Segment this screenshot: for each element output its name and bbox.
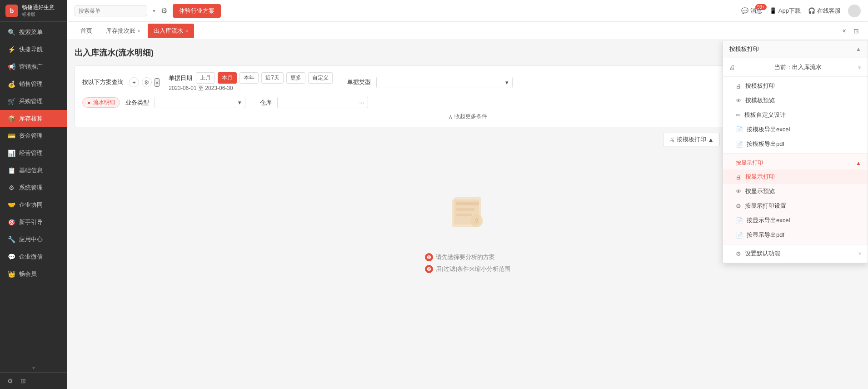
business-type-chevron-icon: ▾ (238, 99, 241, 106)
sidebar-item-label: 快捷导航 (19, 45, 43, 54)
tabs-expand-button[interactable]: ⊡ (852, 25, 861, 36)
member-icon: 👑 (7, 270, 15, 278)
app-download-item[interactable]: 📱 App下载 (769, 7, 801, 15)
display-preview-item[interactable]: 👁 按显示预览 (723, 184, 868, 199)
filter-tag-icon: ● (87, 100, 90, 106)
customer-service-label: 在线客服 (817, 7, 841, 15)
date-btn-more[interactable]: 更多 (286, 72, 305, 84)
topbar: ▾ ⚙ 体验行业方案 💬 消息 99+ 📱 App下载 🎧 在线客服 (67, 0, 868, 22)
message-icon: 💬 (741, 7, 748, 14)
display-export-excel-item[interactable]: 📄 按显示导出excel (723, 213, 868, 228)
warehouse-more-icon[interactable]: ··· (359, 99, 364, 106)
customer-service-item[interactable]: 🎧 在线客服 (808, 7, 841, 15)
date-btn-current-year[interactable]: 本年 (239, 72, 259, 84)
tab-inventory-batch-close[interactable]: × (137, 28, 140, 34)
template-design-icon: ✏ (736, 112, 741, 119)
sidebar-item-sales[interactable]: 💰销售管理 (0, 75, 67, 93)
sidebar-item-apps[interactable]: 🔧应用中心 (0, 231, 67, 248)
sidebar-item-search[interactable]: 🔍搜索菜单 (0, 24, 67, 41)
display-export-excel-icon: 📄 (736, 217, 743, 224)
search-icon: 🔍 (7, 29, 15, 36)
sidebar-item-finance[interactable]: 💳资金管理 (0, 127, 67, 145)
svg-text:?: ? (475, 217, 479, 224)
date-filter: 上月 本月 本年 近7天 更多 自定义 (196, 72, 333, 84)
display-print-icon: 🖨 (736, 174, 742, 180)
inventory-icon: 📦 (7, 115, 15, 122)
sidebar-item-purchase[interactable]: 🛒采购管理 (0, 93, 67, 110)
settings-icon[interactable]: ⚙ (7, 377, 13, 384)
template-preview-item[interactable]: 👁 按模板预览 (723, 93, 868, 108)
search-chevron-icon: ▾ (153, 8, 155, 14)
sidebar-item-system[interactable]: ⚙系统管理 (0, 179, 67, 196)
step1-number: ❶ (425, 253, 433, 261)
empty-text: ❶ 请先选择要分析的方案 ❷ 用[过滤]条件来缩小分析范围 (425, 251, 510, 275)
display-print-settings-item[interactable]: ⚙ 按显示打印设置 (723, 199, 868, 213)
wechat-icon: 💬 (7, 253, 15, 260)
set-default-item[interactable]: ⚙ 设置默认功能 ▾ (723, 246, 868, 261)
collapse-sidebar-icon[interactable]: ⊞ (20, 377, 26, 384)
sidebar-item-collab[interactable]: 🤝企业协同 (0, 196, 67, 214)
tab-inout-flow-label: 出入库流水 (154, 27, 183, 35)
date-btn-custom[interactable]: 自定义 (308, 72, 333, 84)
current-chevron-icon: ▾ (858, 64, 861, 71)
filter-add-button[interactable]: + (129, 77, 139, 87)
template-export-pdf-label: 按模板导出pdf (747, 140, 861, 148)
tabs-collapse-button[interactable]: × (841, 25, 848, 36)
doc-type-select[interactable]: ▾ (376, 77, 513, 88)
trial-button[interactable]: 体验行业方案 (173, 4, 221, 18)
display-print-collapse-icon[interactable]: ▲ (856, 160, 861, 166)
date-btn-last-month[interactable]: 上月 (196, 72, 215, 84)
warehouse-select[interactable]: ··· (277, 97, 368, 108)
display-print-item[interactable]: 🖨 按显示打印 (723, 170, 868, 184)
sidebar-item-label: 搜索菜单 (19, 28, 43, 36)
sidebar-item-basic[interactable]: 📋基础信息 (0, 162, 67, 179)
sidebar-nav: 🔍搜索菜单⚡快捷导航📢营销推广💰销售管理🛒采购管理📦库存核算💳资金管理📊经营管理… (0, 22, 67, 364)
filter-settings-button[interactable]: ⚙ (142, 77, 152, 87)
topbar-right: 💬 消息 99+ 📱 App下载 🎧 在线客服 (741, 5, 861, 17)
sidebar-item-quicknav[interactable]: ⚡快捷导航 (0, 41, 67, 58)
date-btn-7days[interactable]: 近7天 (261, 72, 284, 84)
print-button[interactable]: 🖨 按模板打印 ▲ (663, 133, 720, 146)
sidebar-item-marketing[interactable]: 📢营销推广 (0, 58, 67, 75)
collapse-text: 收起更多条件 (454, 113, 487, 120)
sidebar-item-member[interactable]: 👑畅会员 (0, 265, 67, 283)
template-design-item[interactable]: ✏ 模板自定义设计 (723, 108, 868, 122)
date-btn-current-month[interactable]: 本月 (218, 72, 237, 84)
sidebar-item-wechat[interactable]: 💬企业微信 (0, 248, 67, 265)
sidebar-item-label: 经营管理 (19, 149, 43, 157)
sidebar-item-guide[interactable]: 🎯新手引导 (0, 214, 67, 231)
collapse-more-button[interactable]: ∧ 收起更多条件 (449, 113, 487, 120)
tab-inventory-batch[interactable]: 库存批次账 × (100, 24, 146, 38)
current-print-icon: 🖨 (729, 64, 735, 71)
display-print-label: 按显示打印 (745, 173, 861, 181)
business-type-select[interactable]: ▾ (155, 97, 245, 108)
template-export-excel-item[interactable]: 📄 按模板导出excel (723, 122, 868, 137)
filter-label: 按以下方案查询 (82, 78, 124, 86)
guide-icon: 🎯 (7, 219, 15, 226)
template-print-label: 按模板打印 (745, 82, 861, 90)
display-export-pdf-item[interactable]: 📄 按显示导出pdf (723, 228, 868, 242)
search-input[interactable] (79, 8, 143, 14)
tab-inout-flow-close[interactable]: × (185, 28, 188, 34)
template-print-item[interactable]: 🖨 按模板打印 (723, 79, 868, 93)
template-export-pdf-item[interactable]: 📄 按模板导出pdf (723, 137, 868, 151)
message-item[interactable]: 💬 消息 99+ (741, 7, 762, 15)
display-preview-icon: 👁 (736, 188, 742, 195)
sidebar-item-operations[interactable]: 📊经营管理 (0, 145, 67, 162)
topbar-gear-icon[interactable]: ⚙ (161, 6, 167, 15)
avatar[interactable] (848, 5, 861, 17)
tab-inout-flow[interactable]: 出入库流水 × (148, 24, 194, 38)
tab-home[interactable]: 首页 (75, 24, 98, 38)
sidebar-item-label: 新手引导 (19, 218, 43, 226)
sidebar-item-label: 库存核算 (19, 115, 43, 123)
current-label: 当前：出入库流水 (774, 63, 822, 71)
filter-tag: ● 流水明细 (82, 97, 120, 108)
filter-collapse-button[interactable]: « (155, 78, 160, 87)
dropdown-collapse-icon[interactable]: ▲ (856, 46, 861, 52)
template-export-pdf-icon: 📄 (736, 141, 743, 148)
sidebar-item-inventory[interactable]: 📦库存核算 (0, 110, 67, 127)
scroll-down-icon[interactable]: ▼ (31, 365, 36, 370)
search-box[interactable] (75, 5, 147, 16)
sidebar-item-label: 基础信息 (19, 166, 43, 175)
collab-icon: 🤝 (7, 201, 15, 209)
